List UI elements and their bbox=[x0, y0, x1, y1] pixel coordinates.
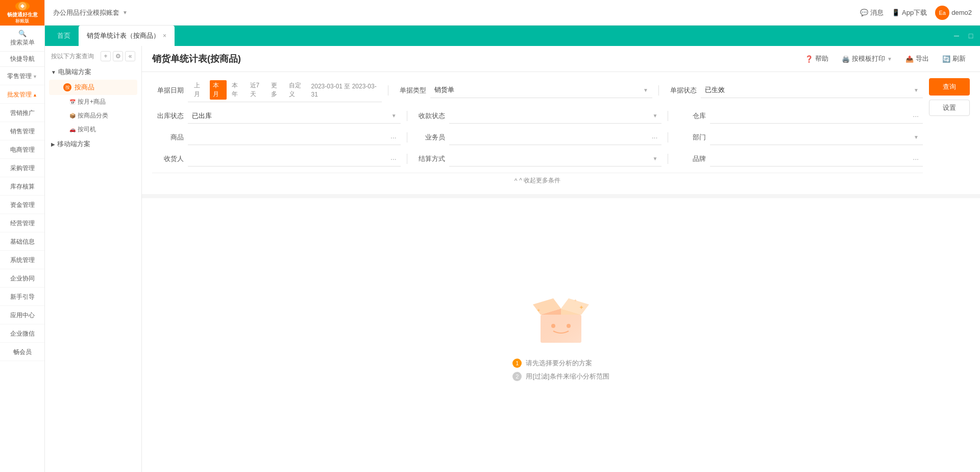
sidebar-item-inventory[interactable]: 库存核算 bbox=[0, 177, 44, 196]
receiver-field[interactable]: ··· bbox=[188, 151, 401, 167]
tab-home[interactable]: 首页 bbox=[49, 26, 79, 46]
tree-child-by-goods[interactable]: 按 按商品 bbox=[49, 80, 137, 95]
payment-label: 收款状态 bbox=[413, 111, 449, 121]
sidebar-item-ecommerce[interactable]: 电商管理 bbox=[0, 140, 44, 159]
collapse-icon: ^ bbox=[514, 177, 518, 184]
tree-subchild-driver[interactable]: 🚗 按司机 bbox=[49, 123, 137, 136]
salesperson-dots: ··· bbox=[652, 133, 658, 141]
warehouse-field[interactable]: ··· bbox=[710, 108, 923, 124]
main-area: 办公用品行业模拟账套 ▼ 💬 消息 📱 App下载 Ea demo2 首页 bbox=[45, 0, 980, 472]
settings-btn[interactable]: 设置 bbox=[929, 100, 970, 116]
sidebar-item-operations-label: 经营管理 bbox=[10, 220, 35, 227]
workspace-name: 办公用品行业模拟账套 bbox=[53, 8, 119, 17]
tab-sales-stats[interactable]: 销货单统计表（按商品） × bbox=[79, 26, 175, 46]
doc-type-field[interactable]: 销货单 ▼ bbox=[430, 83, 652, 98]
collapse-filter-btn[interactable]: ^ ^ 收起更多条件 bbox=[152, 173, 923, 188]
settings-scheme-btn[interactable]: ⚙ bbox=[113, 51, 123, 61]
shortcut-this-year[interactable]: 本年 bbox=[230, 80, 244, 100]
user-profile[interactable]: Ea demo2 bbox=[935, 6, 972, 20]
sidebar-item-member[interactable]: 畅会员 bbox=[0, 343, 44, 361]
sidebar-item-wechat[interactable]: 企业微信 bbox=[0, 324, 44, 343]
sidebar-item-apps[interactable]: 应用中心 bbox=[0, 306, 44, 324]
quick-nav-label: 快捷导航 bbox=[10, 55, 35, 62]
filter-area: 单据日期 上月 本月 本年 近7天 更多 自定义 20 bbox=[142, 72, 980, 194]
filter-row-3: 商品 ··· 业务员 ··· 部 bbox=[152, 130, 923, 145]
tree-subchild-goods-category[interactable]: 📦 按商品分类 bbox=[49, 109, 137, 123]
tab-close-icon[interactable]: × bbox=[163, 32, 166, 39]
tree-parent-mobile[interactable]: ▶ 移动端方案 bbox=[49, 136, 137, 152]
tab-bar: 首页 销货单统计表（按商品） × ─ □ bbox=[45, 26, 980, 46]
empty-tip-2: 2 用[过滤]条件来缩小分析范围 bbox=[512, 372, 609, 381]
template-print-label: 按模板打印 bbox=[852, 54, 885, 63]
message-icon: 💬 bbox=[860, 9, 868, 16]
collapse-panel-btn[interactable]: « bbox=[125, 51, 135, 61]
settlement-arrow: ▼ bbox=[652, 156, 657, 161]
doc-status-arrow: ▼ bbox=[914, 87, 919, 93]
doc-status-field[interactable]: 已生效 ▼ bbox=[701, 83, 923, 98]
export-btn[interactable]: 📤 导出 bbox=[901, 52, 933, 65]
user-name: demo2 bbox=[951, 9, 972, 16]
brand-field[interactable]: ··· bbox=[710, 151, 923, 167]
page-header: 销货单统计表(按商品) ❓ 帮助 🖨️ 按模板打印 ▼ 📤 bbox=[142, 46, 980, 72]
salesperson-field[interactable]: ··· bbox=[449, 130, 662, 145]
dept-field[interactable]: ▼ bbox=[710, 130, 923, 145]
tab-maximize-btn[interactable]: □ bbox=[966, 31, 976, 41]
filter-divider-5 bbox=[407, 132, 407, 143]
sidebar-item-sales[interactable]: 销售管理 bbox=[0, 122, 44, 140]
sidebar-item-guide[interactable]: 新手引导 bbox=[0, 288, 44, 306]
template-print-btn[interactable]: 🖨️ 按模板打印 ▼ bbox=[838, 52, 896, 65]
query-btn[interactable]: 查询 bbox=[929, 78, 970, 96]
sidebar-item-finance[interactable]: 资金管理 bbox=[0, 196, 44, 214]
right-content: 销货单统计表(按商品) ❓ 帮助 🖨️ 按模板打印 ▼ 📤 bbox=[142, 46, 980, 472]
help-btn[interactable]: ❓ 帮助 bbox=[801, 52, 832, 65]
shortcut-custom[interactable]: 自定义 bbox=[287, 80, 307, 100]
goods-field[interactable]: ··· bbox=[188, 130, 401, 145]
shortcut-7days[interactable]: 近7天 bbox=[248, 80, 266, 100]
refresh-btn[interactable]: 🔄 刷新 bbox=[938, 52, 970, 65]
quick-nav[interactable]: 快捷导航 bbox=[0, 52, 44, 67]
settlement-field[interactable]: ▼ bbox=[449, 151, 662, 167]
date-field[interactable]: 上月 本月 本年 近7天 更多 自定义 2023-03-01 至 2023-03… bbox=[188, 78, 382, 102]
message-btn[interactable]: 💬 消息 bbox=[860, 8, 884, 17]
logo-sub: 标账版 bbox=[15, 18, 29, 25]
add-scheme-btn[interactable]: + bbox=[101, 51, 111, 61]
payment-arrow: ▼ bbox=[652, 113, 657, 119]
filter-fields: 单据日期 上月 本月 本年 近7天 更多 自定义 20 bbox=[152, 78, 923, 188]
tree-subchild-category-label: 按商品分类 bbox=[78, 111, 108, 120]
stock-out-field[interactable]: 已出库 ▼ bbox=[188, 108, 401, 124]
sidebar-item-basic-label: 基础信息 bbox=[10, 238, 35, 245]
search-menu[interactable]: 🔍 搜索菜单 bbox=[0, 26, 44, 52]
message-label: 消息 bbox=[870, 8, 884, 17]
tree-subchild-month-goods[interactable]: 📅 按月+商品 bbox=[49, 95, 137, 109]
sidebar-item-enterprise-label: 企业协同 bbox=[10, 275, 35, 282]
tab-minimize-btn[interactable]: ─ bbox=[951, 31, 962, 41]
tree-desktop-label: 电脑端方案 bbox=[58, 67, 91, 77]
sidebar-item-wholesale[interactable]: 批发管理 ▲ bbox=[0, 85, 44, 104]
shortcut-more[interactable]: 更多 bbox=[269, 80, 284, 100]
tab-home-label: 首页 bbox=[57, 31, 70, 40]
sidebar-item-operations[interactable]: 经营管理 bbox=[0, 214, 44, 232]
sidebar-item-retail[interactable]: 零售管理 ▼ bbox=[0, 67, 44, 85]
sidebar-item-marketing[interactable]: 营销推广 bbox=[0, 104, 44, 122]
page-title: 销货单统计表(按商品) bbox=[152, 53, 801, 65]
brand-label: 品牌 bbox=[674, 154, 710, 163]
tree-mobile-expand-icon: ▶ bbox=[51, 141, 55, 147]
sidebar-item-enterprise[interactable]: 企业协同 bbox=[0, 269, 44, 288]
svg-text:✦: ✦ bbox=[579, 304, 584, 311]
shortcut-last-month[interactable]: 上月 bbox=[192, 80, 207, 100]
receiver-dots: ··· bbox=[390, 155, 397, 163]
workspace-selector[interactable]: 办公用品行业模拟账套 ▼ bbox=[53, 8, 128, 17]
filter-divider-6 bbox=[668, 132, 668, 143]
app-download-btn[interactable]: 📱 App下载 bbox=[892, 8, 927, 17]
sidebar-item-basic[interactable]: 基础信息 bbox=[0, 232, 44, 251]
empty-illustration: ✦ ✦ ✦ bbox=[530, 289, 592, 350]
svg-text:✦: ✦ bbox=[574, 298, 577, 303]
wholesale-arrow: ▲ bbox=[33, 92, 37, 98]
sidebar-item-system[interactable]: 系统管理 bbox=[0, 251, 44, 269]
payment-field[interactable]: ▼ bbox=[449, 108, 662, 124]
shortcut-this-month[interactable]: 本月 bbox=[210, 80, 227, 100]
sidebar-item-purchase[interactable]: 采购管理 bbox=[0, 159, 44, 177]
sidebar-item-purchase-label: 采购管理 bbox=[10, 164, 35, 172]
filter-row-2: 出库状态 已出库 ▼ 收款状态 ▼ bbox=[152, 108, 923, 124]
tree-parent-desktop[interactable]: ▼ 电脑端方案 bbox=[49, 64, 137, 80]
